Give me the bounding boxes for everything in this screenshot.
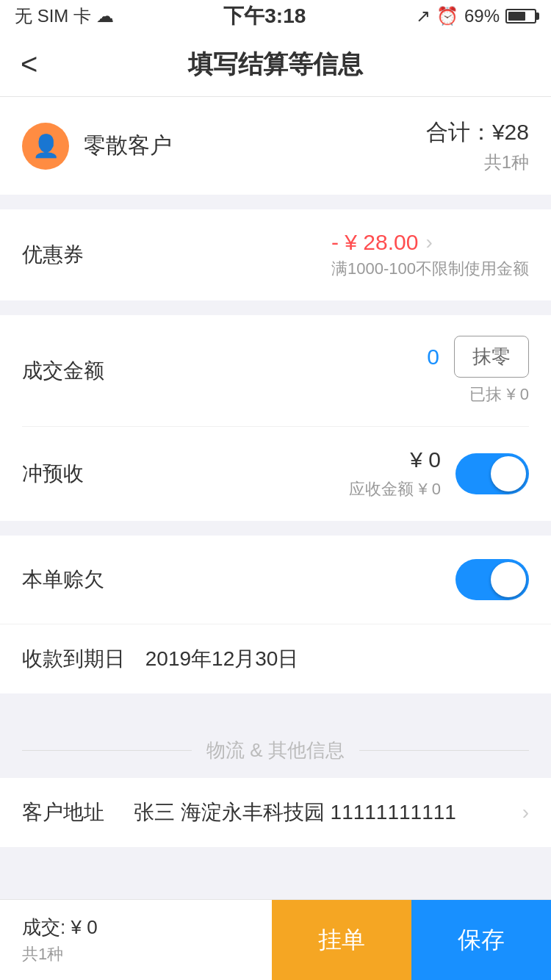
bottom-bar: 成交: ¥ 0 共1种 挂单 保存 xyxy=(0,899,551,980)
coupon-label: 优惠券 xyxy=(22,241,84,269)
content: 👤 零散客户 合计：¥28 共1种 优惠券 - ¥ 28.00 › 满1000-… xyxy=(0,97,551,935)
round-button[interactable]: 抹零 xyxy=(454,336,529,378)
deal-amount-value: 0 xyxy=(427,345,439,370)
battery-percent: 69% xyxy=(464,6,500,26)
total-amount: 合计：¥28 xyxy=(426,118,529,148)
divider-line-left xyxy=(22,750,192,751)
bottom-deal-amount: 成交: ¥ 0 xyxy=(22,915,250,940)
page-title: 填写结算等信息 xyxy=(188,48,363,82)
address-value: 张三 海淀永丰科技园 11111111111 xyxy=(134,799,515,826)
debit-toggle[interactable] xyxy=(455,559,529,600)
coupon-row[interactable]: 优惠券 - ¥ 28.00 › 满1000-100不限制使用金额 xyxy=(0,209,551,300)
logistics-label: 物流 & 其他信息 xyxy=(206,738,345,763)
coupon-desc: 满1000-100不限制使用金额 xyxy=(331,258,529,280)
deal-amount-sub: 已抹 ¥ 0 xyxy=(469,383,529,406)
due-date-value: 2019年12月30日 xyxy=(145,647,299,670)
due-date-row: 收款到期日 2019年12月30日 xyxy=(0,624,551,693)
divider-line-right xyxy=(359,750,529,751)
location-icon: ↗ xyxy=(416,6,431,26)
coupon-card[interactable]: 优惠券 - ¥ 28.00 › 满1000-100不限制使用金额 xyxy=(0,209,551,300)
bottom-info: 成交: ¥ 0 共1种 xyxy=(0,915,272,965)
customer-right: 合计：¥28 共1种 xyxy=(426,118,529,174)
prepayment-toggle[interactable] xyxy=(455,453,529,494)
battery-icon xyxy=(505,9,536,24)
logistics-divider: 物流 & 其他信息 xyxy=(0,723,551,778)
coupon-right: - ¥ 28.00 › 满1000-100不限制使用金额 xyxy=(331,230,529,280)
coupon-value: - ¥ 28.00 xyxy=(331,230,418,255)
amount-with-btn: 0 抹零 xyxy=(427,336,529,378)
debit-card: 本单赊欠 收款到期日 2019年12月30日 xyxy=(0,536,551,693)
section-divider-2 xyxy=(0,708,551,723)
total-count: 共1种 xyxy=(426,151,529,174)
prepayment-right: ¥ 0 应收金额 ¥ 0 xyxy=(349,447,529,500)
customer-name: 零散客户 xyxy=(84,131,172,161)
back-button[interactable]: < xyxy=(21,48,37,81)
debit-label: 本单赊欠 xyxy=(22,566,104,594)
debit-row: 本单赊欠 xyxy=(0,536,551,624)
prepayment-value: ¥ 0 xyxy=(410,447,441,472)
bottom-count: 共1种 xyxy=(22,943,250,965)
toggle-knob xyxy=(491,456,526,491)
deal-amount-label: 成交金额 xyxy=(22,357,104,385)
deal-amount-row: 成交金额 0 抹零 已抹 ¥ 0 xyxy=(22,315,529,427)
bottom-deal-value: ¥ 0 xyxy=(71,916,97,938)
due-date-label: 收款到期日 xyxy=(22,647,125,670)
customer-row: 👤 零散客户 合计：¥28 共1种 xyxy=(0,97,551,195)
address-card[interactable]: 客户地址 张三 海淀永丰科技园 11111111111 › xyxy=(0,778,551,847)
customer-card: 👤 零散客户 合计：¥28 共1种 xyxy=(0,97,551,195)
status-right: ↗ ⏰ 69% xyxy=(416,6,536,26)
deal-amount-right: 0 抹零 已抹 ¥ 0 xyxy=(427,336,529,406)
bottom-deal-label: 成交: xyxy=(22,916,65,938)
alarm-icon: ⏰ xyxy=(436,6,458,26)
avatar: 👤 xyxy=(22,123,69,170)
prepayment-sub: 应收金额 ¥ 0 xyxy=(349,478,441,500)
prepayment-label: 冲预收 xyxy=(22,460,84,488)
debit-toggle-knob xyxy=(491,562,526,597)
prepayment-amounts: ¥ 0 应收金额 ¥ 0 xyxy=(349,447,441,500)
status-left: 无 SIM 卡 ☁ xyxy=(15,4,114,28)
status-time: 下午3:18 xyxy=(223,2,306,30)
status-bar: 无 SIM 卡 ☁ 下午3:18 ↗ ⏰ 69% xyxy=(0,0,551,32)
address-label: 客户地址 xyxy=(22,799,104,826)
address-chevron-icon: › xyxy=(522,801,529,824)
sim-label: 无 SIM 卡 ☁ xyxy=(15,4,114,28)
avatar-icon: 👤 xyxy=(32,133,60,159)
prepayment-row: 冲预收 ¥ 0 应收金额 ¥ 0 xyxy=(22,427,529,521)
nav-bar: < 填写结算等信息 xyxy=(0,32,551,97)
coupon-chevron-icon: › xyxy=(425,231,432,254)
section-divider-1 xyxy=(0,521,551,536)
save-button[interactable]: 保存 xyxy=(411,900,551,981)
hold-button[interactable]: 挂单 xyxy=(272,900,411,981)
amount-section: 成交金额 0 抹零 已抹 ¥ 0 冲预收 ¥ 0 应收金额 ¥ 0 xyxy=(0,315,551,521)
customer-left: 👤 零散客户 xyxy=(22,123,172,170)
